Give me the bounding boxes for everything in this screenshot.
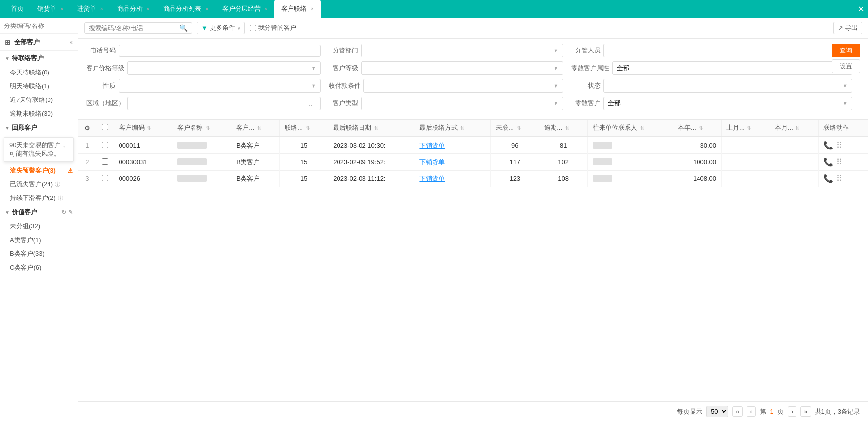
region-select[interactable]: …	[127, 97, 321, 110]
customer-level-select[interactable]: ▼	[361, 61, 563, 75]
my-customer-checkbox-area[interactable]: 我分管的客户	[250, 24, 296, 32]
sidebar-item-ungrouped[interactable]: 未分组(32)	[0, 220, 78, 233]
tab-customer-contact-close[interactable]: ×	[311, 6, 313, 12]
last-page-btn[interactable]: »	[800, 406, 811, 417]
tab-sales[interactable]: 销货单 ×	[30, 0, 70, 18]
tab-analysis-list-close[interactable]: ×	[205, 6, 208, 12]
window-close-btn[interactable]: ✕	[858, 4, 864, 14]
th-no-contact[interactable]: 未联... ⇅	[491, 120, 539, 137]
th-last-month[interactable]: 上月... ⇅	[722, 120, 770, 137]
sidebar-item-class-c[interactable]: C类客户(6)	[0, 261, 78, 274]
next-page-btn[interactable]: ›	[788, 406, 796, 417]
tab-analysis-list[interactable]: 商品分析列表 ×	[156, 0, 215, 18]
th-this-month[interactable]: 本月... ⇅	[770, 120, 818, 137]
row3-checkbox[interactable]	[102, 175, 108, 181]
tab-purchase-close[interactable]: ×	[100, 6, 103, 12]
row2-overdue: 102	[539, 154, 588, 171]
sidebar-group-pending[interactable]: ▼ 待联络客户	[0, 51, 78, 66]
sidebar-group-value[interactable]: ▼ 价值客户 ↻ ✎	[0, 205, 78, 220]
tab-purchase[interactable]: 进货单 ×	[70, 0, 110, 18]
row2-more-icon[interactable]: ⠿	[836, 157, 842, 167]
th-this-year[interactable]: 本年... ⇅	[673, 120, 722, 137]
prev-page-btn[interactable]: ‹	[747, 406, 755, 417]
status-select[interactable]: ▼	[603, 79, 853, 93]
th-last-contact-date[interactable]: 最后联络日期 ⇅	[328, 120, 414, 137]
content-area: 🔍 ▼ 更多条件 ∧ 我分管的客户 ↗ 导出 电话号码	[78, 18, 868, 421]
payment-select[interactable]: ▼	[363, 79, 563, 93]
sidebar-item-churn-done[interactable]: 已流失客户(24) ⓘ	[0, 177, 78, 191]
row3-more-icon[interactable]: ⠿	[836, 174, 842, 183]
row3-last-contact-type[interactable]: 下销货单	[414, 171, 491, 187]
tab-analysis-close[interactable]: ×	[146, 6, 149, 12]
sidebar-item-churn-back[interactable]: 持续下滑客户(2) ⓘ	[0, 191, 78, 205]
row1-phone-icon[interactable]: 📞	[823, 141, 833, 150]
row1-unit-contact-blurred	[593, 142, 612, 149]
th-code[interactable]: 客户编码 ⇅	[114, 120, 172, 137]
th-this-year-label: 本年...	[678, 124, 696, 131]
search-input[interactable]	[89, 25, 179, 32]
tab-customer-segment[interactable]: 客户分层经营 ×	[216, 0, 274, 18]
setting-btn[interactable]: 设置	[832, 59, 860, 73]
sidebar-collapse-icon[interactable]: «	[70, 39, 73, 46]
main-layout: 🔍 ⊞ 全部客户 « ▼ 待联络客户 今天待联络(0) 明天待联络(1) 近7天…	[0, 18, 868, 421]
tab-analysis[interactable]: 商品分析 ×	[110, 0, 156, 18]
row3-phone-icon[interactable]: 📞	[823, 174, 833, 183]
th-unit-contact[interactable]: 往来单位联系人 ⇅	[588, 120, 673, 137]
row2-phone-icon[interactable]: 📞	[823, 157, 833, 167]
tab-customer-segment-close[interactable]: ×	[265, 6, 267, 12]
dept-select[interactable]: ▼	[361, 44, 563, 57]
query-btn[interactable]: 查询	[832, 44, 860, 57]
tab-customer-contact[interactable]: 客户联络 ×	[274, 0, 320, 18]
row1-checkbox[interactable]	[102, 142, 108, 148]
row2-last-contact-type[interactable]: 下销货单	[414, 154, 491, 171]
row2-name-blurred	[177, 158, 207, 165]
zero-attr-select[interactable]: 全部 ▼	[612, 61, 853, 75]
person-select[interactable]: …	[603, 44, 853, 57]
filter-cell-status: 状态 ▼	[571, 79, 861, 93]
value-refresh-icon[interactable]: ↻	[61, 209, 66, 216]
my-customer-checkbox[interactable]	[250, 25, 256, 31]
gender-select[interactable]: ▼	[119, 79, 321, 93]
sidebar-all-customers[interactable]: ⊞ 全部客户 «	[0, 34, 78, 51]
th-overdue[interactable]: 逾期... ⇅	[539, 120, 588, 137]
th-name[interactable]: 客户名称 ⇅	[172, 120, 231, 137]
filter-cell-price-level: 客户价格等级 ▼	[86, 61, 329, 75]
sidebar-item-week[interactable]: 近7天待联络(0)	[0, 93, 78, 107]
export-btn[interactable]: ↗ 导出	[833, 22, 862, 34]
th-settings[interactable]: ⚙	[78, 120, 96, 137]
page-size-select[interactable]: 50	[706, 406, 728, 417]
region-dots[interactable]: …	[306, 100, 316, 107]
value-edit-icon[interactable]: ✎	[68, 209, 73, 216]
zero-customer-select[interactable]: 全部 ▼	[603, 97, 853, 110]
customer-type-select[interactable]: ▼	[361, 97, 563, 110]
sidebar-item-today[interactable]: 今天待联络(0)	[0, 66, 78, 79]
row1-last-contact-type[interactable]: 下销货单	[414, 137, 491, 154]
sidebar-group-churn[interactable]: ▼ 回顾客户	[0, 121, 78, 135]
row1-more-icon[interactable]: ⠿	[836, 141, 842, 150]
sidebar-item-class-c-label: C类客户(6)	[10, 264, 41, 271]
row3-unit-contact	[588, 171, 673, 187]
price-level-select[interactable]: ▼	[127, 61, 321, 75]
more-conditions-btn[interactable]: ▼ 更多条件 ∧	[197, 22, 245, 34]
select-all-checkbox[interactable]	[102, 124, 108, 130]
th-last-contact-type[interactable]: 最后联络方式 ⇅	[414, 120, 491, 137]
tab-home[interactable]: 首页	[4, 0, 30, 18]
customer-level-label: 客户等级	[329, 64, 358, 73]
first-page-btn[interactable]: «	[732, 406, 743, 417]
no-contact-sort-icon: ⇅	[517, 125, 521, 131]
search-btn-icon[interactable]: 🔍	[179, 24, 188, 32]
sidebar-item-class-a[interactable]: A类客户(1)	[0, 233, 78, 247]
phone-input[interactable]	[119, 45, 321, 57]
sidebar-item-churn-warn[interactable]: 流失预警客户(3) ⚠	[0, 164, 78, 177]
churn-arrow-icon: ▼	[5, 125, 10, 131]
tab-sales-close[interactable]: ×	[60, 6, 63, 12]
th-contact[interactable]: 联络... ⇅	[280, 120, 328, 137]
sidebar-search-input[interactable]	[4, 22, 78, 29]
th-type[interactable]: 客户... ⇅	[231, 120, 280, 137]
sidebar-item-overdue-contact[interactable]: 逾期未联络(30)	[0, 107, 78, 121]
last-month-sort-icon: ⇅	[747, 125, 751, 131]
zero-attr-value: 全部	[617, 64, 629, 73]
sidebar-item-class-b[interactable]: B类客户(33)	[0, 247, 78, 261]
sidebar-item-tomorrow[interactable]: 明天待联络(1)	[0, 79, 78, 93]
row2-checkbox[interactable]	[102, 158, 108, 165]
